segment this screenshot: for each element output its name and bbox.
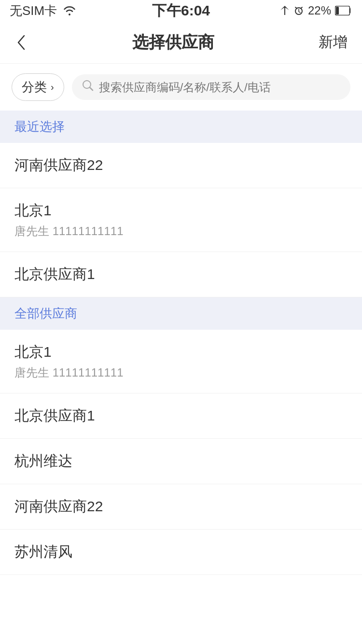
item-name: 河南供应商22: [14, 497, 348, 517]
list-item[interactable]: 苏州清风: [0, 530, 362, 575]
list-item[interactable]: 河南供应商22: [0, 484, 362, 530]
status-right: 22%: [280, 4, 352, 17]
all-list: 北京1唐先生 11111111111北京供应商1杭州维达河南供应商22苏州清风: [0, 330, 362, 575]
item-name: 北京1: [14, 342, 348, 362]
list-item[interactable]: 河南供应商22: [0, 143, 362, 188]
item-name: 北京供应商1: [14, 265, 348, 284]
all-section-header: 全部供应商: [0, 297, 362, 330]
list-item[interactable]: 北京1唐先生 11111111111: [0, 188, 362, 252]
battery-percent: 22%: [308, 4, 331, 17]
category-label: 分类: [22, 79, 47, 96]
item-name: 北京供应商1: [14, 406, 348, 426]
battery-icon: [335, 6, 352, 15]
search-input[interactable]: [99, 81, 341, 94]
wifi-icon: [62, 5, 77, 16]
category-button[interactable]: 分类 ›: [12, 73, 64, 101]
status-bar: 无SIM卡 下午6:04 22%: [0, 0, 362, 21]
recent-list: 河南供应商22北京1唐先生 11111111111北京供应商1: [0, 143, 362, 297]
status-left: 无SIM卡: [10, 2, 77, 19]
nav-bar: 选择供应商 新增: [0, 21, 362, 64]
carrier-text: 无SIM卡: [10, 2, 57, 19]
list-item[interactable]: 北京1唐先生 11111111111: [0, 330, 362, 393]
location-icon: [280, 5, 290, 16]
alarm-icon: [293, 5, 304, 16]
list-item[interactable]: 北京供应商1: [0, 252, 362, 297]
recent-section-header: 最近选择: [0, 111, 362, 143]
item-name: 杭州维达: [14, 451, 348, 471]
chevron-right-icon: ›: [51, 82, 54, 93]
add-button[interactable]: 新增: [319, 32, 348, 52]
list-item[interactable]: 北京供应商1: [0, 393, 362, 439]
search-box: [72, 74, 350, 100]
item-sub: 唐先生 11111111111: [14, 365, 348, 380]
status-time: 下午6:04: [152, 1, 210, 21]
item-sub: 唐先生 11111111111: [14, 224, 348, 239]
item-name: 北京1: [14, 201, 348, 221]
back-button[interactable]: [14, 32, 28, 53]
list-item[interactable]: 杭州维达: [0, 439, 362, 484]
filter-bar: 分类 ›: [0, 64, 362, 111]
svg-rect-2: [336, 7, 339, 14]
page-title: 选择供应商: [132, 31, 214, 54]
item-name: 苏州清风: [14, 542, 348, 562]
item-name: 河南供应商22: [14, 155, 348, 175]
search-icon: [82, 79, 94, 95]
